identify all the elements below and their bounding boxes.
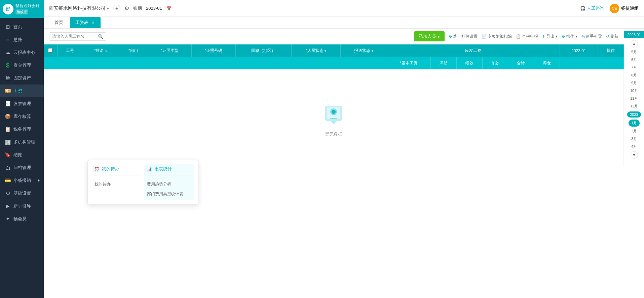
sidebar-item-member[interactable]: ✦ 畅会员 xyxy=(0,212,44,225)
sidebar-item-multiorg[interactable]: 🏢 多机构管理 xyxy=(0,136,44,148)
add-people-dropdown-icon: ▾ xyxy=(438,34,440,39)
timeline-year-2023[interactable]: 2023 xyxy=(627,111,641,118)
timeline-month-8[interactable]: 8月 xyxy=(624,71,644,79)
sidebar-item-label: 发票管理 xyxy=(13,101,31,107)
timeline-month-10[interactable]: 10月 xyxy=(624,87,644,95)
sidebar-item-label: 归档管理 xyxy=(13,165,31,171)
dropdown-col-reports: 📊 报表统计 费用趋势分析 部门费用类型统计表 xyxy=(144,164,194,200)
dropdown-item-todo[interactable]: 我的待办 xyxy=(93,179,140,189)
company-selector[interactable]: 西安虾米网络科技有限公司 ▾ xyxy=(49,5,109,11)
invoice-icon: 🧾 xyxy=(5,101,11,107)
add-people-button[interactable]: 添加人员 ▾ xyxy=(414,31,445,41)
app-logo: 好 畅捷通好会计 旗舰版 xyxy=(0,0,44,18)
timeline-month-6[interactable]: 6月 xyxy=(624,56,644,64)
search-box[interactable]: 🔍 xyxy=(49,32,106,41)
operation-icon: ⚙ xyxy=(562,34,565,39)
sidebar-item-home[interactable]: ⊞ 首页 xyxy=(0,21,44,33)
sidebar-item-assets[interactable]: 🏛 固定资产 xyxy=(0,72,44,85)
report-status-header: 报送状态 ▾ xyxy=(341,44,387,57)
sidebar-item-salary[interactable]: 💴 工资 xyxy=(0,85,44,97)
company-dropdown-arrow: ▾ xyxy=(107,6,109,11)
sidebar-item-reports[interactable]: ☁ 云报表中心 xyxy=(0,46,44,59)
sidebar-item-basic[interactable]: ⚙ 基础设置 xyxy=(0,187,44,200)
dropdown-todo-title: 我的待办 xyxy=(102,166,119,172)
add-company-button[interactable]: + xyxy=(113,5,120,12)
settings-icon[interactable]: ⚙ xyxy=(124,5,129,11)
timeline-month-4[interactable]: 4月 xyxy=(624,143,644,151)
ledger-icon: ≡ xyxy=(5,37,11,43)
sidebar-item-inventory[interactable]: 📦 库存核算 xyxy=(0,110,44,123)
user-info[interactable]: CE 畅捷通组 xyxy=(610,4,639,13)
customer-service-label: 人工咨询 xyxy=(587,5,604,11)
select-all-header xyxy=(44,44,57,57)
period-header: 2023.01 xyxy=(560,44,598,57)
basic-icon: ⚙ xyxy=(5,190,11,196)
archive-icon: 🗂 xyxy=(5,165,11,171)
social-security-icon: ⚙ xyxy=(449,34,452,39)
timeline-month-1[interactable]: 1月 xyxy=(629,120,640,127)
sidebar: 好 畅捷通好会计 旗舰版 ⊞ 首页 ≡ 总账 ☁ 云报表中心 💲 资金管理 🏛 … xyxy=(0,0,44,298)
search-icon: 🔍 xyxy=(98,34,103,39)
trend-item-label: 费用趋势分析 xyxy=(147,182,171,187)
reports-icon: ☁ xyxy=(5,49,11,56)
calendar-icon[interactable]: 📅 xyxy=(166,6,172,11)
tab-close-icon[interactable]: ✕ xyxy=(90,20,95,25)
xiaochang-dropdown: ⏰ 我的待办 我的待办 📊 报表统计 费用趋势分析 部门费用类型统计表 xyxy=(87,160,198,205)
app-name: 畅捷通好会计 xyxy=(15,3,40,9)
search-input[interactable] xyxy=(52,34,96,39)
export-action[interactable]: ⬇ 导出 ▾ xyxy=(542,34,558,39)
sidebar-item-archive[interactable]: 🗂 归档管理 xyxy=(0,161,44,174)
timeline-month-2[interactable]: 2月 xyxy=(624,127,644,135)
tax-report-action[interactable]: 📋 个税申报 xyxy=(516,34,538,39)
dropdown-item-trend[interactable]: 费用趋势分析 xyxy=(146,179,193,189)
timeline-month-11[interactable]: 11月 xyxy=(624,95,644,102)
refresh-action[interactable]: ↺ 刷新 xyxy=(606,34,618,39)
operation-action[interactable]: ⚙ 操作 ▾ xyxy=(562,34,577,39)
sidebar-item-guide[interactable]: ▶ 新手引导 xyxy=(0,200,44,212)
timeline-month-12[interactable]: 12月 xyxy=(624,102,644,110)
sidebar-item-closing[interactable]: 🔖 结账 xyxy=(0,148,44,161)
logo-text: 畅捷通好会计 旗舰版 xyxy=(15,3,40,14)
sidebar-item-capital[interactable]: 💲 资金管理 xyxy=(0,59,44,72)
operation-dropdown-icon: ▾ xyxy=(575,34,577,39)
tab-salary[interactable]: 工资表 ✕ xyxy=(70,17,101,28)
timeline-month-3[interactable]: 3月 xyxy=(624,135,644,143)
sidebar-item-label: 库存核算 xyxy=(13,113,31,120)
export-label: 导出 xyxy=(546,34,555,39)
tax-icon: 📋 xyxy=(5,126,11,132)
timeline-month-7[interactable]: 7月 xyxy=(624,64,644,71)
bonus-sub-header: 绩效 xyxy=(456,57,482,69)
todo-icon: ⏰ xyxy=(93,166,100,172)
sidebar-item-invoice[interactable]: 🧾 发票管理 xyxy=(0,97,44,110)
dropdown-item-dept-stats[interactable]: 部门费用类型统计表 xyxy=(146,189,193,199)
timeline-month-9[interactable]: 9月 xyxy=(624,79,644,87)
svg-rect-4 xyxy=(330,118,337,119)
empty-row: 暂无数据 xyxy=(44,69,624,167)
company-name: 西安虾米网络科技有限公司 xyxy=(49,5,106,11)
tab-home[interactable]: 首页 xyxy=(49,17,69,28)
home-icon: ⊞ xyxy=(5,24,11,30)
tab-salary-label: 工资表 xyxy=(75,20,88,26)
report-filter-icon: ▾ xyxy=(372,49,373,53)
timeline-up-button[interactable]: ▲ xyxy=(631,40,638,47)
id-no-header: *证照号码 xyxy=(192,44,235,57)
special-deduct-label: 专项附加扣除 xyxy=(488,34,512,39)
special-deduct-icon: 📄 xyxy=(482,34,487,39)
social-security-action[interactable]: ⚙ 统一社保设置 xyxy=(449,34,478,39)
guide-action[interactable]: ◎ 新手引导 xyxy=(581,34,602,39)
timeline-month-5[interactable]: 5月 xyxy=(624,48,644,56)
empty-state: 暂无数据 xyxy=(46,72,621,164)
sidebar-item-tax[interactable]: 📋 税务管理 xyxy=(0,123,44,136)
sidebar-item-ledger[interactable]: ≡ 总账 xyxy=(0,33,44,46)
select-all-checkbox[interactable] xyxy=(48,48,52,53)
sidebar-item-xiaochang[interactable]: 💳 小畅报销 xyxy=(0,174,44,187)
dropdown-todo-header: ⏰ 我的待办 xyxy=(93,166,140,175)
sidebar-item-label: 小畅报销 xyxy=(13,177,31,184)
customer-service-button[interactable]: 🎧 人工咨询 xyxy=(580,5,604,11)
sidebar-item-label: 资金管理 xyxy=(13,62,31,68)
sidebar-item-label: 畅会员 xyxy=(13,216,27,222)
id-type-header: *证照类型 xyxy=(148,44,191,57)
timeline-down-button[interactable]: ▼ xyxy=(631,151,638,159)
dropdown-reports-header: 📊 报表统计 xyxy=(146,166,193,175)
special-deduct-action[interactable]: 📄 专项附加扣除 xyxy=(482,34,512,39)
